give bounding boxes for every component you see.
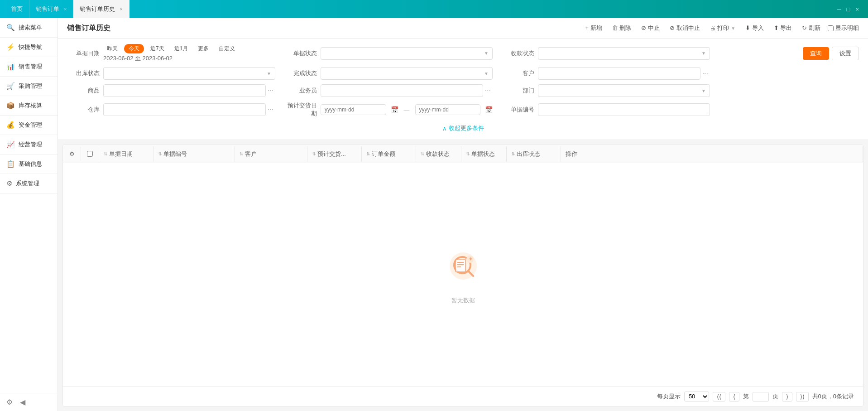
sidebar-item-purchase-mgmt[interactable]: 🛒 采购管理 — [0, 77, 58, 96]
operation-icon: 📈 — [6, 140, 15, 149]
customer-select[interactable] — [538, 67, 700, 80]
page-first-btn[interactable]: ⟨⟨ — [713, 392, 725, 401]
toolbar: + 新增 🗑 删除 ⊘ 中止 ⊘ 取消中止 🖨 打印 ▼ ⬇ 导入 — [583, 23, 859, 34]
table-pay-status-col[interactable]: ⇅ 收款状态 — [416, 146, 461, 162]
delivery-from-input[interactable] — [321, 104, 386, 115]
product-dots-icon[interactable]: ··· — [266, 87, 275, 95]
query-button[interactable]: 查询 — [803, 47, 829, 60]
customer-dots-icon[interactable]: ··· — [700, 69, 710, 77]
export-button[interactable]: ⬆ 导出 — [771, 23, 795, 34]
tab-sales-history[interactable]: 销售订单历史 × — [73, 0, 129, 18]
order-no-filter — [538, 103, 710, 116]
table-delivery-col[interactable]: ⇅ 预计交货... — [307, 146, 362, 162]
per-page-select[interactable]: 50 10 20 100 — [684, 392, 709, 401]
payment-status-filter: ▼ — [538, 47, 710, 60]
window-minimize[interactable]: ─ — [837, 6, 841, 13]
tab-home[interactable]: 首页 — [5, 0, 29, 18]
sidebar-item-operation[interactable]: 📈 经营管理 — [0, 135, 58, 155]
page-next-btn[interactable]: ⟩ — [782, 392, 792, 401]
display-detail-input[interactable] — [828, 25, 834, 31]
top-bar-right: ─ □ × — [837, 6, 863, 13]
sidebar-item-inventory[interactable]: 📦 库存核算 — [0, 96, 58, 116]
search-menu-icon: 🔍 — [6, 24, 15, 32]
out-status-select[interactable]: ▼ — [103, 67, 275, 80]
settings-button[interactable]: 设置 — [832, 47, 859, 60]
table-settings-icon[interactable]: ⚙ — [69, 150, 75, 157]
date-1month[interactable]: 近1月 — [171, 44, 192, 53]
complete-status-label: 完成状态 — [284, 69, 321, 77]
date-more[interactable]: 更多 — [194, 44, 212, 53]
date-yesterday[interactable]: 昨天 — [103, 44, 121, 53]
sidebar-item-finance[interactable]: 💰 资金管理 — [0, 116, 58, 135]
cancel-stop-button[interactable]: ⊘ 取消中止 — [667, 23, 703, 34]
table-customer-col[interactable]: ⇅ 客户 — [235, 146, 307, 162]
sidebar-item-quick-nav[interactable]: ⚡ 快捷导航 — [0, 38, 58, 57]
basic-info-icon: 📋 — [6, 160, 15, 168]
empty-state: ✦ 暂无数据 — [63, 163, 863, 387]
salesperson-dots-icon[interactable]: ··· — [483, 87, 493, 95]
warehouse-dots-icon[interactable]: ··· — [266, 106, 275, 114]
collapse-button[interactable]: ∧ 收起更多条件 — [67, 122, 859, 134]
table-date-col[interactable]: ⇅ 单据日期 — [99, 146, 153, 162]
table-number-col[interactable]: ⇅ 单据编号 — [153, 146, 235, 162]
complete-status-select[interactable]: ▼ — [321, 67, 493, 80]
new-button[interactable]: + 新增 — [583, 23, 605, 34]
svg-text:✦: ✦ — [468, 256, 473, 262]
settings-bottom-icon[interactable]: ⚙ — [6, 398, 13, 406]
sort-customer-icon: ⇅ — [240, 151, 243, 156]
order-status-select[interactable]: ▼ — [321, 47, 493, 60]
table-order-status-col[interactable]: ⇅ 单据状态 — [461, 146, 507, 162]
warehouse-select[interactable] — [103, 103, 266, 116]
filter-area: 单据日期 昨天 今天 近7天 近1月 更多 自定义 2023-06-02 至 2… — [58, 39, 868, 140]
product-filter: ··· — [103, 84, 275, 97]
window-maximize[interactable]: □ — [847, 6, 850, 13]
delivery-to-cal-icon[interactable]: 📅 — [485, 106, 493, 113]
top-bar: 首页 销售订单 × 销售订单历史 × ─ □ × — [0, 0, 868, 18]
page-prev-btn[interactable]: ⟨ — [729, 392, 739, 401]
refresh-button[interactable]: ↻ 刷新 — [799, 23, 823, 34]
date-7days[interactable]: 近7天 — [147, 44, 168, 53]
close-tab-sales-history[interactable]: × — [120, 6, 122, 12]
product-select[interactable] — [103, 84, 266, 97]
date-today[interactable]: 今天 — [124, 44, 144, 53]
delivery-to-input[interactable] — [415, 104, 481, 115]
table-checkbox-col[interactable] — [81, 147, 99, 160]
page-header: 销售订单历史 + 新增 🗑 删除 ⊘ 中止 ⊘ 取消中止 🖨 打印 ▼ — [58, 18, 868, 39]
quick-nav-icon: ⚡ — [6, 43, 15, 51]
salesperson-select[interactable] — [321, 84, 483, 97]
tab-sales-order[interactable]: 销售订单 × — [29, 0, 73, 18]
order-status-arrow-icon: ▼ — [484, 51, 489, 56]
department-select[interactable]: ▼ — [538, 84, 710, 97]
sidebar-item-search-menu[interactable]: 🔍 搜索菜单 — [0, 18, 58, 38]
payment-status-select[interactable]: ▼ — [538, 47, 710, 60]
sidebar-item-sales-mgmt[interactable]: 📊 销售管理 — [0, 57, 58, 77]
table-select-all[interactable] — [87, 151, 93, 157]
stop-button[interactable]: ⊘ 中止 — [638, 23, 662, 34]
date-custom[interactable]: 自定义 — [215, 44, 239, 53]
page-title: 销售订单历史 — [67, 24, 110, 33]
close-tab-sales-order[interactable]: × — [64, 6, 67, 12]
window-close[interactable]: × — [855, 6, 859, 13]
sidebar-item-basic-info[interactable]: 📋 基础信息 — [0, 155, 58, 174]
sales-mgmt-icon: 📊 — [6, 63, 15, 71]
finance-icon: 💰 — [6, 121, 15, 129]
department-arrow-icon: ▼ — [701, 88, 706, 93]
date-separator: — — [404, 106, 410, 113]
page-last-btn[interactable]: ⟩⟩ — [796, 392, 809, 401]
display-detail-checkbox[interactable]: 显示明细 — [828, 24, 859, 32]
import-button[interactable]: ⬇ 导入 — [743, 23, 767, 34]
table-out-status-col[interactable]: ⇅ 出库状态 — [507, 146, 561, 162]
delete-button[interactable]: 🗑 删除 — [609, 23, 634, 34]
page-number-input[interactable]: 1 — [753, 392, 769, 401]
payment-status-arrow-icon: ▼ — [701, 51, 706, 56]
order-no-input[interactable] — [538, 103, 710, 116]
order-status-filter: ▼ — [321, 47, 493, 60]
product-label: 商品 — [67, 87, 103, 95]
delivery-from-cal-icon[interactable]: 📅 — [391, 106, 398, 113]
collapse-sidebar-icon[interactable]: ◀ — [20, 398, 25, 406]
print-button[interactable]: 🖨 打印 ▼ — [707, 23, 739, 34]
svg-rect-3 — [456, 259, 465, 272]
table-amount-col[interactable]: ⇅ 订单金额 — [362, 146, 416, 162]
sidebar-item-system[interactable]: ⚙ 系统管理 — [0, 174, 58, 193]
table-settings-col[interactable]: ⚙ — [63, 147, 81, 161]
